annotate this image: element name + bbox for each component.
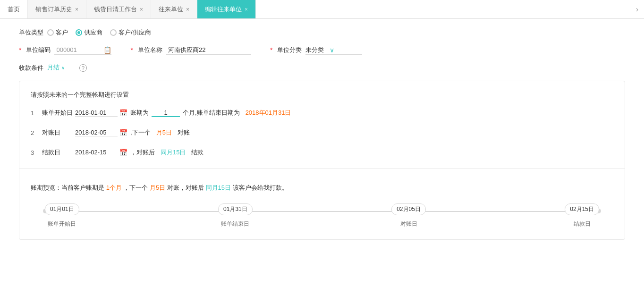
- date-input-1[interactable]: [75, 109, 118, 117]
- radio-customer-label: 客户: [56, 28, 68, 37]
- radio-both-circle: [110, 29, 117, 36]
- payment-value: 月结: [47, 63, 59, 72]
- form-row-unit-type: 单位类型 客户 供应商 客户/供应商: [19, 28, 625, 37]
- preview-part4-highlight: 同月15日: [206, 184, 231, 191]
- tab-home[interactable]: 首页: [0, 0, 28, 18]
- date-wrap-3: 📅: [75, 149, 127, 156]
- row2-highlight: 月5日: [156, 128, 172, 137]
- unit-code-icon[interactable]: 📋: [103, 46, 111, 54]
- radio-supplier-label: 供应商: [84, 28, 102, 37]
- date-wrap-1: 📅: [75, 109, 127, 117]
- timeline-node-0: 01月01日 账单开始日: [45, 203, 79, 228]
- suffix-after-3: 结款: [191, 148, 203, 157]
- timeline-node-3: 02月15日 结款日: [565, 203, 599, 228]
- preview-text: 账期预览：当前客户账期是 1个月 ，下一个 月5日 对账，对账后 同月15日 该…: [31, 184, 613, 192]
- unit-name-input[interactable]: [166, 45, 251, 55]
- preview-part2-highlight: 月5日: [150, 184, 165, 191]
- panel-instruction: 请按照未来的一个完整帐期进行设置: [31, 91, 613, 99]
- radio-supplier-circle: [76, 29, 82, 36]
- calendar-icon-3[interactable]: 📅: [119, 149, 127, 156]
- unit-category-chevron-icon: ∨: [330, 46, 334, 54]
- timeline-badge-3: 02月15日: [565, 203, 599, 215]
- suffix-before-3: ，对账后: [130, 148, 155, 157]
- unit-name-required: *: [130, 46, 133, 54]
- tab-unit-list[interactable]: 往来单位 ×: [151, 0, 197, 18]
- suffix-before-2: ,下一个: [130, 128, 151, 137]
- tab-edit-unit-close[interactable]: ×: [245, 6, 248, 13]
- payment-group: 收款条件 月结 ∨ ?: [19, 63, 87, 72]
- tab-unit-list-label: 往来单位: [159, 5, 183, 14]
- page-content: 单位类型 客户 供应商 客户/供应商 * 单位编码: [0, 19, 644, 287]
- unit-code-required: *: [19, 46, 21, 54]
- period-input[interactable]: [152, 109, 180, 117]
- panel-divider: [19, 168, 625, 169]
- timeline-node-1: 01月31日 账单结束日: [218, 203, 253, 228]
- period-end-date: 2018年01月31日: [246, 109, 291, 117]
- suffix-after-2: 对账: [178, 128, 190, 137]
- tab-cash-work-label: 钱货日清工作台: [94, 5, 137, 14]
- preview-part3: 对账，对账后: [167, 184, 204, 191]
- tab-home-label: 首页: [8, 5, 20, 14]
- setting-row-1: 1 账单开始日 📅 账期为 个月,账单结束日期为 2018年01月31日: [31, 109, 613, 117]
- timeline-container: 01月01日 账单开始日 01月31日 账单结束日 02月05日 对账日 02月…: [31, 203, 613, 228]
- tab-expand-button[interactable]: ›: [630, 0, 644, 18]
- setting-label-3: 结款日: [42, 148, 75, 157]
- timeline-label-1: 账单结束日: [221, 220, 249, 228]
- radio-group-unit-type: 客户 供应商 客户/供应商: [47, 28, 151, 37]
- tab-edit-unit[interactable]: 编辑往来单位 ×: [197, 0, 256, 18]
- suffix-after-1: 个月,账单结束日期为: [183, 109, 240, 117]
- suffix-before-1: 账期为: [130, 109, 149, 117]
- unit-code-input[interactable]: [54, 45, 102, 54]
- unit-type-label: 单位类型: [19, 28, 43, 37]
- payment-label: 收款条件: [19, 64, 43, 72]
- unit-code-group: * 单位编码 📋: [19, 45, 111, 55]
- tab-sales-history[interactable]: 销售订单历史 ×: [28, 0, 86, 18]
- timeline-node-2: 02月05日 对账日: [391, 203, 426, 228]
- payment-help-icon[interactable]: ?: [79, 64, 87, 72]
- setting-label-2: 对账日: [42, 128, 75, 137]
- preview-part1: 1个月: [106, 184, 122, 191]
- preview-label: 账期预览：当前客户账期是: [31, 184, 104, 191]
- unit-category-required: *: [270, 46, 272, 54]
- preview-part5: 该客户会给我打款。: [233, 184, 288, 191]
- setting-label-1: 账单开始日: [42, 109, 75, 117]
- timeline-badge-1: 01月31日: [218, 203, 253, 215]
- calendar-icon-2[interactable]: 📅: [119, 129, 127, 136]
- date-input-3[interactable]: [75, 149, 118, 156]
- tab-bar: 首页 销售订单历史 × 钱货日清工作台 × 往来单位 × 编辑往来单位 × ›: [0, 0, 644, 19]
- payment-select[interactable]: 月结 ∨: [47, 63, 76, 72]
- radio-supplier[interactable]: 供应商: [76, 28, 102, 37]
- unit-category-select[interactable]: 未分类 ∨: [305, 46, 362, 55]
- form-row-payment: 收款条件 月结 ∨ ?: [19, 63, 625, 72]
- tab-unit-list-close[interactable]: ×: [186, 6, 189, 13]
- preview-section: 账期预览：当前客户账期是 1个月 ，下一个 月5日 对账，对账后 同月15日 该…: [31, 176, 613, 228]
- timeline-badge-2: 02月05日: [391, 203, 426, 215]
- timeline-label-0: 账单开始日: [48, 220, 76, 228]
- timeline-label-3: 结款日: [574, 220, 591, 228]
- preview-part2-prefix: ，下一个: [123, 184, 148, 191]
- timeline-badge-0: 01月01日: [45, 203, 79, 215]
- tab-cash-work-close[interactable]: ×: [140, 6, 143, 13]
- radio-customer[interactable]: 客户: [47, 28, 68, 37]
- payment-chevron-icon: ∨: [61, 65, 65, 70]
- radio-customer-circle: [47, 29, 54, 36]
- unit-category-label: 单位分类: [277, 46, 302, 54]
- panel-box: 请按照未来的一个完整帐期进行设置 1 账单开始日 📅 账期为 个月,账单结束日期…: [19, 81, 625, 240]
- radio-both-label: 客户/供应商: [119, 28, 151, 37]
- radio-both[interactable]: 客户/供应商: [110, 28, 151, 37]
- calendar-icon-1[interactable]: 📅: [119, 109, 127, 117]
- unit-code-label: 单位编码: [26, 46, 51, 54]
- tab-cash-work[interactable]: 钱货日清工作台 ×: [86, 0, 151, 18]
- timeline-nodes: 01月01日 账单开始日 01月31日 账单结束日 02月05日 对账日 02月…: [45, 203, 599, 228]
- form-row-unit-info: * 单位编码 📋 * 单位名称 * 单位分类 未分类 ∨: [19, 45, 625, 55]
- tab-sales-history-label: 销售订单历史: [35, 5, 72, 14]
- row3-highlight: 同月15日: [161, 148, 186, 157]
- timeline-label-2: 对账日: [400, 220, 417, 228]
- setting-num-1: 1: [31, 110, 42, 117]
- unit-name-group: * 单位名称: [130, 45, 251, 55]
- tab-edit-unit-label: 编辑往来单位: [205, 5, 242, 14]
- date-input-2[interactable]: [75, 129, 118, 136]
- setting-row-2: 2 对账日 📅 ,下一个 月5日 对账: [31, 128, 613, 137]
- tab-sales-history-close[interactable]: ×: [75, 6, 78, 13]
- setting-num-2: 2: [31, 129, 42, 136]
